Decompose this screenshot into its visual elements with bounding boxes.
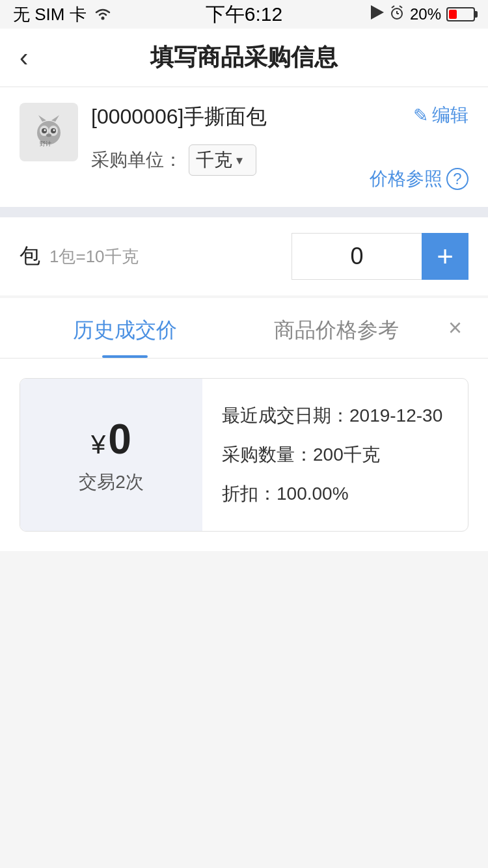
product-card: 野计 [0000006]手撕面包 采购单位： 千克 ▾ ✎ 编辑 xyxy=(0,87,488,207)
unit-value: 千克 xyxy=(196,148,232,172)
price-ref-button[interactable]: 价格参照 ? xyxy=(370,167,468,191)
svg-marker-16 xyxy=(51,115,59,122)
status-bar: 无 SIM 卡 下午6:12 20% xyxy=(0,0,488,29)
unit-label: 采购单位： xyxy=(91,148,182,172)
edit-button[interactable]: ✎ 编辑 xyxy=(413,103,468,128)
status-left: 无 SIM 卡 xyxy=(13,3,113,26)
quantity-row: 包 1包=10千克 + xyxy=(0,217,488,295)
back-button[interactable]: ‹ xyxy=(20,43,28,72)
price-card-right: 最近成交日期：2019-12-30 采购数量：200千克 折扣：100.00% xyxy=(202,379,468,531)
status-right: 20% xyxy=(371,5,475,24)
unit-select[interactable]: 千克 ▾ xyxy=(189,144,256,176)
price-card-wrapper: ¥ 0 交易2次 最近成交日期：2019-12-30 采购数量：200千克 折扣… xyxy=(0,359,488,551)
quantity-left: 包 1包=10千克 xyxy=(20,242,139,271)
help-icon: ? xyxy=(446,168,468,190)
battery-label: 20% xyxy=(410,5,441,23)
quantity-input-group: + xyxy=(291,233,468,280)
price-ref-label: 价格参照 xyxy=(370,167,442,191)
svg-marker-15 xyxy=(38,115,46,122)
tab-product-price-ref[interactable]: 商品价格参考 xyxy=(230,298,441,358)
svg-point-14 xyxy=(46,133,51,137)
product-left-section: 野计 [0000006]手撕面包 采购单位： 千克 ▾ xyxy=(20,103,267,176)
tab-close-button[interactable]: × xyxy=(442,308,468,348)
edit-label: 编辑 xyxy=(432,103,468,128)
price-card: ¥ 0 交易2次 最近成交日期：2019-12-30 采购数量：200千克 折扣… xyxy=(20,378,468,532)
purchase-qty-label: 采购数量： xyxy=(222,444,313,465)
svg-point-0 xyxy=(101,16,104,20)
edit-icon: ✎ xyxy=(413,105,428,126)
location-icon xyxy=(371,5,384,23)
product-info: [0000006]手撕面包 采购单位： 千克 ▾ xyxy=(91,103,267,176)
product-unit-row: 采购单位： 千克 ▾ xyxy=(91,144,267,176)
recent-date-row: 最近成交日期：2019-12-30 xyxy=(222,402,448,429)
tab-history-price[interactable]: 历史成交价 xyxy=(20,298,230,358)
svg-line-5 xyxy=(392,6,394,8)
svg-marker-1 xyxy=(371,5,384,20)
purchase-qty-value: 200千克 xyxy=(313,444,380,465)
wifi-icon xyxy=(93,5,113,25)
price-amount: 0 xyxy=(108,415,131,463)
unit-dropdown-arrow: ▾ xyxy=(236,152,243,168)
product-top-row: 野计 [0000006]手撕面包 采购单位： 千克 ▾ ✎ 编辑 xyxy=(20,103,468,191)
page-title: 填写商品采购信息 xyxy=(150,42,338,74)
main-content: 历史成交价 商品价格参考 × ¥ 0 交易2次 最近成交日期：2019-12-3… xyxy=(0,298,488,753)
carrier-label: 无 SIM 卡 xyxy=(13,3,87,26)
quantity-unit-label: 包 xyxy=(20,242,40,271)
battery-icon xyxy=(446,7,475,21)
recent-date-label: 最近成交日期： xyxy=(222,405,349,426)
nav-bar: ‹ 填写商品采购信息 xyxy=(0,29,488,87)
alarm-icon xyxy=(389,5,405,24)
tab-bar: 历史成交价 商品价格参考 × xyxy=(0,298,488,359)
quantity-plus-button[interactable]: + xyxy=(422,233,468,280)
tab-product-label: 商品价格参考 xyxy=(274,318,399,342)
discount-value: 100.00% xyxy=(277,483,349,504)
product-thumbnail-icon: 野计 xyxy=(29,110,68,155)
quantity-input[interactable] xyxy=(291,233,422,280)
purchase-qty-row: 采购数量：200千克 xyxy=(222,441,448,468)
section-divider xyxy=(0,207,488,217)
price-currency: ¥ xyxy=(91,430,105,459)
svg-point-12 xyxy=(44,129,46,131)
recent-date-value: 2019-12-30 xyxy=(349,405,442,426)
quantity-sub-label: 1包=10千克 xyxy=(49,245,139,268)
price-card-left: ¥ 0 交易2次 xyxy=(20,379,202,531)
discount-row: 折扣：100.00% xyxy=(222,480,448,508)
product-image: 野计 xyxy=(20,103,78,161)
tab-history-label: 历史成交价 xyxy=(73,318,177,342)
svg-text:野计: 野计 xyxy=(40,141,51,147)
product-name: [0000006]手撕面包 xyxy=(91,103,267,131)
svg-point-13 xyxy=(53,129,55,131)
status-time: 下午6:12 xyxy=(206,1,282,28)
price-transaction-count: 交易2次 xyxy=(79,470,144,495)
discount-label: 折扣： xyxy=(222,483,277,504)
svg-line-6 xyxy=(400,6,402,8)
